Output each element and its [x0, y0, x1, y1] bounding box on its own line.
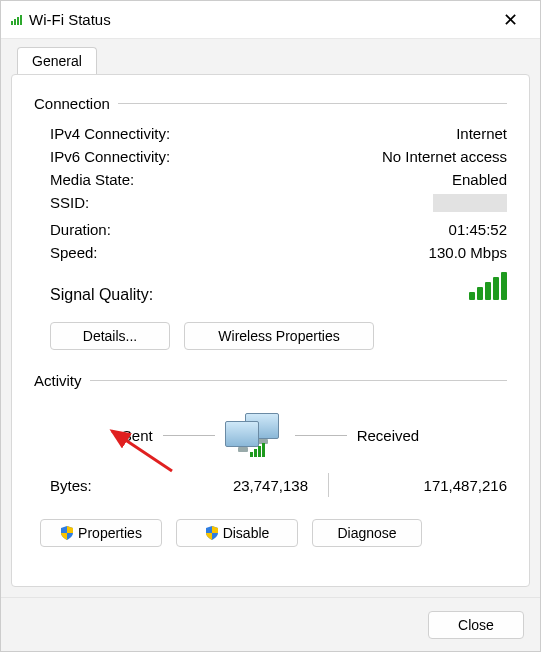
- speed-value: 130.0 Mbps: [429, 244, 507, 261]
- duration-value: 01:45:52: [449, 221, 507, 238]
- divider: [90, 380, 507, 381]
- ipv6-row: IPv6 Connectivity: No Internet access: [34, 145, 507, 168]
- ipv6-value: No Internet access: [382, 148, 507, 165]
- detail-buttons-row: Details... Wireless Properties: [50, 322, 507, 350]
- details-button[interactable]: Details...: [50, 322, 170, 350]
- general-panel: Connection IPv4 Connectivity: Internet I…: [11, 74, 530, 587]
- ipv4-label: IPv4 Connectivity:: [50, 125, 170, 142]
- speed-label: Speed:: [50, 244, 98, 261]
- divider: [118, 103, 507, 104]
- shield-icon: [60, 526, 74, 540]
- footer: Close: [1, 597, 540, 651]
- shield-icon: [205, 526, 219, 540]
- connection-group-header: Connection: [34, 95, 507, 112]
- activity-header-label: Activity: [34, 372, 82, 389]
- disable-button[interactable]: Disable: [176, 519, 298, 547]
- disable-button-label: Disable: [223, 525, 270, 541]
- ssid-label: SSID:: [50, 194, 89, 215]
- bottom-buttons-row: Properties Disable Diagnose: [34, 519, 507, 547]
- bytes-row: Bytes: 23,747,138 171,487,216: [34, 473, 507, 497]
- network-monitors-icon: [225, 413, 285, 457]
- duration-label: Duration:: [50, 221, 111, 238]
- wifi-status-window: Wi-Fi Status ✕ General Connection IPv4 C…: [0, 0, 541, 652]
- media-state-label: Media State:: [50, 171, 134, 188]
- close-button[interactable]: Close: [428, 611, 524, 639]
- media-state-value: Enabled: [452, 171, 507, 188]
- bytes-received-value: 171,487,216: [329, 477, 507, 494]
- titlebar: Wi-Fi Status ✕: [1, 1, 540, 39]
- duration-row: Duration: 01:45:52: [34, 218, 507, 241]
- diagnose-button[interactable]: Diagnose: [312, 519, 422, 547]
- activity-group-header: Activity: [34, 372, 507, 389]
- tab-general[interactable]: General: [17, 47, 97, 74]
- signal-quality-row: Signal Quality:: [34, 272, 507, 304]
- ipv6-label: IPv6 Connectivity:: [50, 148, 170, 165]
- bytes-label: Bytes:: [50, 477, 130, 494]
- divider: [163, 435, 215, 436]
- close-icon[interactable]: ✕: [490, 9, 530, 31]
- tab-strip: General: [11, 47, 530, 75]
- connection-header-label: Connection: [34, 95, 110, 112]
- speed-row: Speed: 130.0 Mbps: [34, 241, 507, 264]
- wifi-signal-icon: [11, 11, 23, 29]
- ipv4-row: IPv4 Connectivity: Internet: [34, 122, 507, 145]
- bytes-sent-value: 23,747,138: [130, 477, 328, 494]
- sent-label: Sent: [122, 427, 153, 444]
- received-label: Received: [357, 427, 420, 444]
- ssid-row: SSID:: [34, 191, 507, 218]
- activity-graphic-row: Sent Received: [34, 413, 507, 457]
- wireless-properties-button[interactable]: Wireless Properties: [184, 322, 374, 350]
- signal-quality-label: Signal Quality:: [50, 286, 153, 304]
- ssid-value-redacted: [433, 194, 507, 212]
- client-area: General Connection IPv4 Connectivity: In…: [1, 39, 540, 597]
- properties-button[interactable]: Properties: [40, 519, 162, 547]
- window-title: Wi-Fi Status: [29, 11, 490, 28]
- media-state-row: Media State: Enabled: [34, 168, 507, 191]
- properties-button-label: Properties: [78, 525, 142, 541]
- divider: [295, 435, 347, 436]
- signal-bars-icon: [467, 272, 507, 304]
- ipv4-value: Internet: [456, 125, 507, 142]
